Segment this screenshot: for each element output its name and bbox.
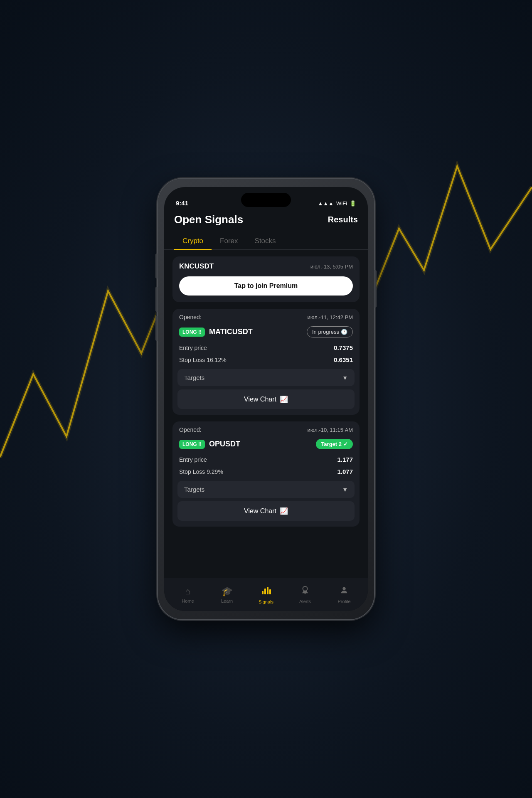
status-icons: ▲▲▲ WiFi 🔋 [318, 200, 356, 207]
home-icon: ⌂ [185, 586, 190, 597]
chart-pie-icon-2: 📈 [280, 507, 288, 515]
matic-date: июл.-11, 12:42 PM [307, 314, 353, 320]
matic-status-text: In progress [312, 329, 339, 335]
op-stoploss-row: Stop Loss 9.29% 1.077 [172, 466, 360, 478]
signal-card-matic: Opened: июл.-11, 12:42 PM LONG !! MATICU… [172, 309, 360, 415]
matic-entry-row: Entry price 0.7375 [172, 342, 360, 354]
matic-entry-value: 0.7375 [334, 344, 353, 351]
profile-icon [340, 586, 349, 597]
op-targets-dropdown[interactable]: Targets ▼ [177, 481, 355, 498]
knc-pair: KNCUSDT [179, 262, 214, 271]
op-header: Opened: июл.-10, 11:15 AM [172, 421, 360, 436]
nav-learn[interactable]: 🎓 Learn [214, 586, 239, 603]
wifi-icon: WiFi [336, 200, 347, 207]
alerts-icon [300, 586, 310, 597]
op-status-text: Target 2 [321, 441, 342, 447]
signals-content: KNCUSDT июл.-13, 5:05 PM Tap to join Pre… [164, 250, 368, 578]
nav-signals-label: Signals [259, 599, 273, 604]
op-stoploss-value: 1.077 [337, 468, 353, 475]
premium-join-button[interactable]: Tap to join Premium [179, 276, 353, 296]
phone-frame: 9:41 ▲▲▲ WiFi 🔋 Open Signals Results Cry… [158, 179, 374, 619]
matic-stoploss-row: Stop Loss 16.12% 0.6351 [172, 354, 360, 366]
matic-long-badge: LONG !! [179, 328, 205, 337]
app-header: Open Signals Results [164, 210, 368, 233]
card-header-knc: KNCUSDT июл.-13, 5:05 PM [172, 256, 360, 275]
op-opened-label: Opened: [179, 426, 202, 433]
chevron-down-icon-2: ▼ [342, 486, 348, 493]
chart-pie-icon: 📈 [280, 395, 288, 403]
op-entry-label: Entry price [179, 456, 207, 463]
svg-rect-2 [267, 587, 268, 594]
matic-header: Opened: июл.-11, 12:42 PM [172, 309, 360, 324]
bottom-navigation: ⌂ Home 🎓 Learn Signals [164, 578, 368, 611]
op-stoploss-label: Stop Loss 9.29% [179, 468, 223, 475]
tab-stocks[interactable]: Stocks [246, 233, 284, 249]
op-view-chart-label: View Chart [244, 507, 276, 515]
signal-card-knc: KNCUSDT июл.-13, 5:05 PM Tap to join Pre… [172, 256, 360, 302]
signals-icon [261, 585, 271, 598]
status-time: 9:41 [176, 200, 188, 207]
svg-point-5 [305, 593, 306, 594]
matic-pair: MATICUSDT [209, 328, 303, 336]
svg-rect-0 [262, 591, 264, 594]
page-title: Open Signals [174, 213, 243, 226]
matic-view-chart-button[interactable]: View Chart 📈 [177, 389, 355, 409]
phone-screen: 9:41 ▲▲▲ WiFi 🔋 Open Signals Results Cry… [164, 187, 368, 611]
tab-crypto[interactable]: Crypto [174, 233, 212, 249]
op-target-badge: Target 2 ✓ [316, 439, 353, 449]
op-status-icon: ✓ [343, 441, 348, 447]
dynamic-island [241, 193, 291, 207]
svg-rect-1 [264, 589, 266, 594]
nav-learn-label: Learn [221, 598, 233, 603]
matic-view-chart-label: View Chart [244, 396, 276, 403]
op-long-badge: LONG !! [179, 440, 205, 449]
matic-opened-label: Opened: [179, 314, 202, 320]
signal-icon: ▲▲▲ [318, 200, 334, 207]
matic-stoploss-label: Stop Loss 16.12% [179, 357, 227, 363]
op-date: июл.-10, 11:15 AM [307, 427, 353, 433]
matic-targets-label: Targets [184, 374, 204, 381]
op-entry-value: 1.177 [337, 456, 353, 463]
tab-bar: Crypto Forex Stocks [164, 233, 368, 250]
tab-forex[interactable]: Forex [212, 233, 246, 249]
nav-signals[interactable]: Signals [254, 585, 278, 604]
op-view-chart-button[interactable]: View Chart 📈 [177, 501, 355, 521]
nav-profile-label: Profile [337, 599, 350, 604]
op-targets-label: Targets [184, 486, 204, 493]
op-signal-row: LONG !! OPUSDT Target 2 ✓ [172, 436, 360, 453]
nav-home[interactable]: ⌂ Home [175, 586, 200, 603]
learn-icon: 🎓 [222, 586, 233, 597]
matic-entry-label: Entry price [179, 345, 207, 351]
matic-stoploss-value: 0.6351 [334, 356, 353, 363]
chevron-down-icon: ▼ [342, 374, 348, 381]
matic-status-badge: In progress 🕐 [307, 326, 353, 337]
battery-icon: 🔋 [350, 200, 356, 207]
svg-point-6 [342, 587, 345, 590]
svg-rect-3 [269, 589, 271, 594]
knc-date: июл.-13, 5:05 PM [310, 264, 353, 270]
matic-signal-row: LONG !! MATICUSDT In progress 🕐 [172, 324, 360, 342]
results-button[interactable]: Results [328, 215, 358, 224]
nav-home-label: Home [182, 598, 194, 603]
premium-btn-label: Tap to join Premium [234, 282, 298, 289]
nav-alerts-label: Alerts [299, 599, 311, 604]
nav-profile[interactable]: Profile [332, 586, 357, 604]
svg-point-4 [303, 586, 308, 591]
signal-card-op: Opened: июл.-10, 11:15 AM LONG !! OPUSDT… [172, 421, 360, 527]
matic-targets-dropdown[interactable]: Targets ▼ [177, 369, 355, 386]
matic-status-icon: 🕐 [341, 329, 347, 335]
op-pair: OPUSDT [209, 440, 312, 448]
op-entry-row: Entry price 1.177 [172, 453, 360, 466]
nav-alerts[interactable]: Alerts [293, 586, 318, 604]
